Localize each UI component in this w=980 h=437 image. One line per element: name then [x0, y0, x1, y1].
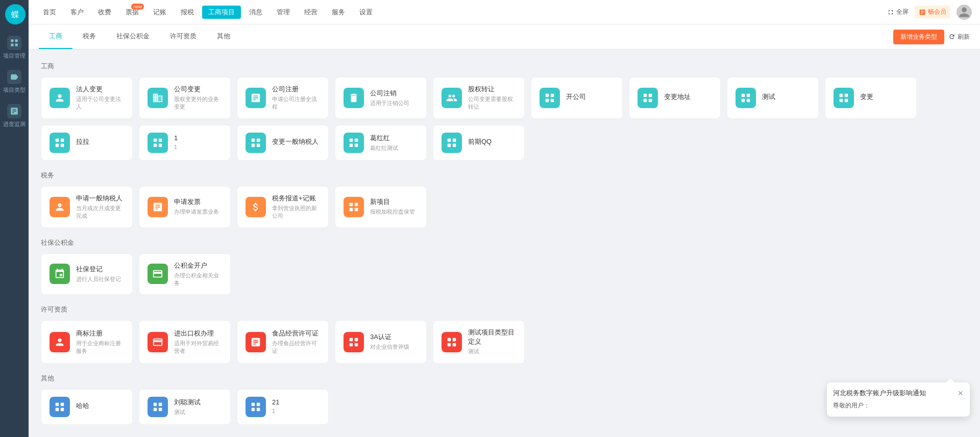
nav-manage[interactable]: 管理 [271, 6, 296, 19]
tab-gongshang[interactable]: 工商 [39, 24, 72, 49]
sidebar-item-project-type[interactable]: 项目类型 [0, 65, 29, 99]
card-mahonghong[interactable]: 葛红红 葛红红测试 [335, 125, 427, 161]
svg-rect-21 [845, 99, 848, 102]
card-haha[interactable]: 哈哈 [41, 389, 133, 425]
nav-client[interactable]: 客户 [64, 6, 90, 19]
svg-rect-58 [154, 402, 157, 405]
svg-rect-38 [448, 139, 451, 142]
member-label: 畅会员 [928, 8, 946, 16]
nav-account[interactable]: 记账 [147, 6, 173, 19]
svg-rect-37 [355, 144, 358, 147]
card-apply-invoice[interactable]: 申请发票 办理申请发票业务 [139, 186, 231, 228]
tabbar: 工商 税务 社保公积金 许可资质 其他 新增业务类型 刷新 [29, 24, 980, 49]
card-num1[interactable]: 1 1 [139, 125, 231, 161]
tab-qita[interactable]: 其他 [207, 24, 240, 49]
liu-test-icon [148, 397, 168, 417]
svg-rect-32 [252, 144, 255, 147]
card-company-cancel[interactable]: 公司注销 适用于注销公司 [335, 77, 427, 119]
cards-shuiwu: 申请一般纳税人 当月或次月成变更完成 申请发票 办理申请发票业务 税务报 [41, 186, 968, 228]
tab-shebao[interactable]: 社保公积金 [106, 24, 160, 49]
import-export-icon [148, 332, 168, 352]
card-equity-transfer[interactable]: 股权转让 公司变更需要股权转让 [433, 77, 525, 119]
food-license-title: 食品经营许可证 [272, 329, 320, 338]
svg-rect-36 [350, 144, 353, 147]
svg-rect-42 [350, 202, 353, 205]
nav-service[interactable]: 服务 [326, 6, 351, 19]
mahonghong-title: 葛红红 [370, 134, 398, 143]
apply-invoice-title: 申请发票 [174, 197, 219, 207]
sidebar-item-project-mgmt[interactable]: 项目管理 [0, 31, 29, 65]
open-company-title: 开公司 [566, 92, 586, 101]
nav-ticket[interactable]: 票据 new [119, 6, 145, 19]
card-open-company[interactable]: 开公司 [531, 77, 623, 119]
card-3a-cert[interactable]: 3A认证 对企业信誉评级 [335, 320, 427, 363]
card-test-type[interactable]: 测试项目类型目定义 测试 [433, 320, 525, 363]
svg-rect-39 [453, 139, 456, 142]
social-register-icon [50, 264, 70, 284]
svg-rect-61 [159, 408, 162, 411]
card-change-taxpayer[interactable]: 变更一般纳税人 [237, 125, 329, 161]
svg-rect-63 [257, 402, 260, 405]
nav-biz[interactable]: 工商项目 [202, 6, 241, 19]
user-avatar[interactable] [957, 5, 972, 20]
card-change-address[interactable]: 变更地址 [629, 77, 721, 119]
fullscreen-btn[interactable]: 全屏 [887, 8, 909, 16]
svg-rect-14 [742, 94, 745, 97]
legal-change-icon [50, 88, 70, 108]
svg-rect-5 [15, 44, 18, 46]
svg-rect-56 [56, 408, 59, 411]
nav-settings[interactable]: 设置 [353, 6, 379, 19]
section-gongshang-title: 工商 [41, 62, 968, 71]
app-logo[interactable]: 蝶 [5, 4, 23, 22]
new-project-icon [344, 197, 364, 217]
num1-icon [148, 133, 168, 153]
refresh-button[interactable]: 刷新 [948, 33, 970, 41]
nav-collect[interactable]: 收费 [92, 6, 117, 19]
card-new-project[interactable]: 新项目 报税加税控盘保管 [335, 186, 427, 228]
trademark-desc: 用于企业商标注册服务 [76, 340, 124, 355]
card-num21[interactable]: 21 1 [237, 389, 329, 425]
food-license-icon [246, 332, 266, 352]
svg-rect-3 [15, 39, 18, 42]
card-test[interactable]: 测试 [727, 77, 819, 119]
notification-title: 河北税务数字账户升级影响通知 [833, 389, 926, 398]
card-company-register[interactable]: 公司注册 申请公司注册全流程 [237, 77, 329, 119]
notification-close-btn[interactable]: ✕ [958, 389, 964, 397]
card-food-license[interactable]: 食品经营许可证 办理食品经营许可证 [237, 320, 329, 363]
change2-title: 变更 [860, 92, 873, 101]
new-type-button[interactable]: 新增业务类型 [893, 30, 944, 44]
mahonghong-icon [344, 133, 364, 153]
svg-rect-13 [649, 99, 652, 102]
company-change-desc: 股权变更外的业务变更 [174, 95, 222, 111]
svg-rect-49 [355, 343, 358, 346]
card-apply-taxpayer[interactable]: 申请一般纳税人 当月或次月成变更完成 [41, 186, 133, 228]
equity-transfer-desc: 公司变更需要股权转让 [468, 95, 516, 111]
card-tax-report[interactable]: 税务报道+记账 拿到营业执照的新公司 [237, 186, 329, 228]
nav-message[interactable]: 消息 [243, 6, 268, 19]
svg-rect-46 [350, 338, 353, 341]
trademark-title: 商标注册 [76, 329, 124, 338]
svg-rect-17 [747, 99, 750, 102]
nav-tax[interactable]: 报税 [175, 6, 200, 19]
member-btn[interactable]: 畅会员 [915, 6, 950, 18]
fund-open-desc: 办理公积金相关业务 [174, 272, 222, 288]
legal-change-title: 法人变更 [76, 85, 124, 94]
nav-operate[interactable]: 经营 [298, 6, 324, 19]
card-company-change[interactable]: 公司变更 股权变更外的业务变更 [139, 77, 231, 119]
card-social-register[interactable]: 社保登记 进行人员社保登记 [41, 253, 133, 295]
svg-rect-28 [154, 144, 157, 147]
card-liu-test[interactable]: 刘聪测试 测试 [139, 389, 231, 425]
tab-xuke[interactable]: 许可资质 [160, 24, 207, 49]
card-import-export[interactable]: 进出口权办理 适用于对外贸易经营者 [139, 320, 231, 363]
card-change2[interactable]: 变更 [825, 77, 917, 119]
tab-shuiwu[interactable]: 税务 [72, 24, 106, 49]
nav-home[interactable]: 首页 [37, 6, 62, 19]
card-legal-change[interactable]: 法人变更 适用于公司变更法人 [41, 77, 133, 119]
svg-rect-35 [355, 139, 358, 142]
sidebar-item-progress[interactable]: 进度监测 [0, 99, 29, 133]
card-fund-open[interactable]: 公积金开户 办理公积金相关业务 [139, 253, 231, 295]
card-lala[interactable]: 拉拉 [41, 125, 133, 161]
svg-rect-50 [448, 338, 451, 341]
card-front-qq[interactable]: 前期QQ [433, 125, 525, 161]
card-trademark[interactable]: 商标注册 用于企业商标注册服务 [41, 320, 133, 363]
